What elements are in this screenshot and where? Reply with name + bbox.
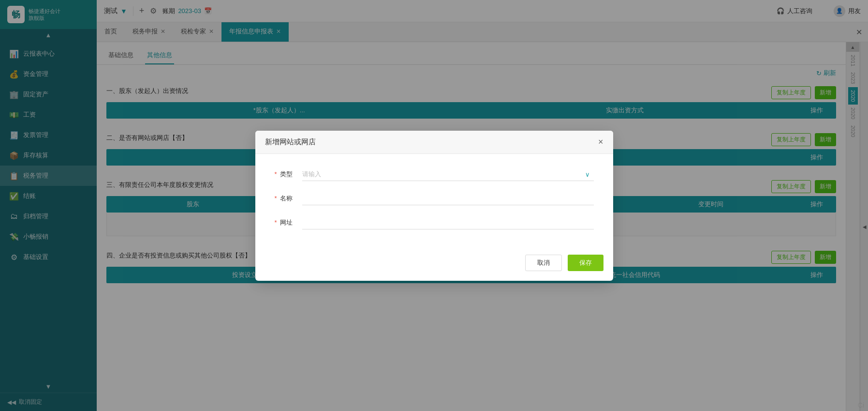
form-row-url: * 网址: [275, 216, 594, 229]
form-name-required-star: *: [275, 195, 277, 202]
form-name-label: 名称: [280, 194, 293, 203]
save-button[interactable]: 保存: [568, 255, 603, 271]
form-url-wrap: [302, 216, 594, 229]
form-row-name: * 名称: [275, 192, 594, 205]
form-type-required-star: *: [275, 170, 277, 178]
form-name-input[interactable]: [302, 192, 594, 205]
modal-overlay[interactable]: 新增网站或网店 × * 类型 ∨ * 名称: [0, 0, 868, 411]
form-type-label: 类型: [280, 170, 293, 179]
modal-close-button[interactable]: ×: [598, 137, 603, 146]
modal-footer: 取消 保存: [255, 250, 613, 281]
form-url-required-star: *: [275, 219, 277, 226]
form-name-wrap: [302, 192, 594, 205]
modal-title: 新增网站或网店: [265, 137, 316, 147]
form-url-input[interactable]: [302, 216, 594, 229]
form-type-input[interactable]: [302, 167, 594, 181]
form-url-label: 网址: [280, 218, 293, 227]
form-row-type: * 类型 ∨: [275, 167, 594, 181]
form-type-wrap: ∨: [302, 167, 594, 181]
modal-body: * 类型 ∨ * 名称 * 网址: [255, 154, 613, 250]
modal-add-website: 新增网站或网店 × * 类型 ∨ * 名称: [255, 131, 613, 281]
cancel-button[interactable]: 取消: [525, 255, 562, 271]
modal-header: 新增网站或网店 ×: [255, 131, 613, 154]
